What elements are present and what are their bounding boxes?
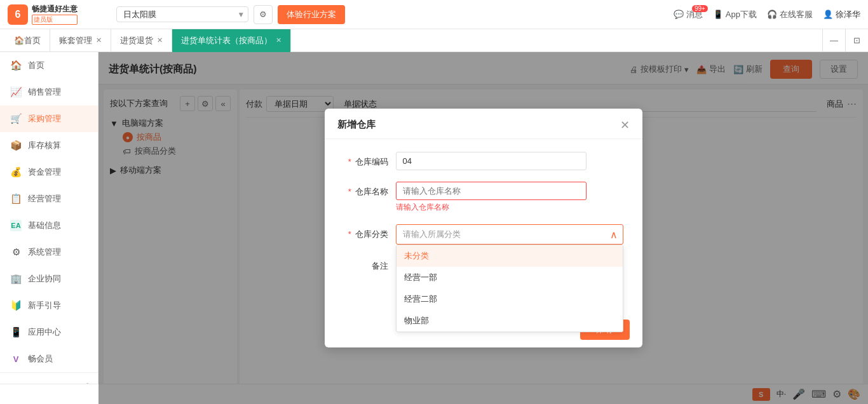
code-input[interactable] (396, 152, 587, 170)
form-group-code: * 仓库编码 (344, 152, 623, 170)
dropdown-item-property[interactable]: 物业部 (397, 310, 623, 332)
store-search-input[interactable] (116, 6, 248, 22)
sidebar-item-home[interactable]: 🏠 首页 (0, 52, 98, 79)
category-label: * 仓库分类 (344, 224, 388, 240)
vip-icon: V (10, 353, 22, 365)
form-group-name: * 仓库名称 请输入仓库名称 (344, 182, 623, 213)
sidebar-item-enterprise[interactable]: 🏢 企业协同 (0, 266, 98, 292)
tab-minimize-button[interactable]: — (822, 29, 845, 52)
headset-icon: 🎧 (767, 10, 777, 19)
form-row-code: * 仓库编码 (344, 152, 623, 170)
sidebar-item-vip[interactable]: V 畅会员 (0, 346, 98, 372)
modal-title: 新增仓库 (337, 119, 376, 131)
form-row-name: * 仓库名称 (344, 182, 623, 200)
top-header: 6 畅捷通好生意 捷员版 ▾ ⚙ 体验行业方案 💬 消息 99+ 📱 App下载… (0, 0, 868, 29)
trial-industry-button[interactable]: 体验行业方案 (278, 5, 345, 24)
modal-overlay: 新增仓库 ✕ * 仓库编码 (98, 52, 868, 404)
sidebar-item-operation[interactable]: 📋 经营管理 (0, 185, 98, 212)
app-icon: 📱 (713, 10, 723, 19)
logo-area: 6 畅捷通好生意 捷员版 (8, 4, 106, 25)
message-item[interactable]: 💬 消息 99+ (674, 9, 703, 20)
tab-homepage[interactable]: 🏠 首页 (5, 29, 50, 52)
enterprise-icon: 🏢 (10, 273, 22, 285)
content-area: 进货单统计(按商品) 🖨 按模板打印 ▾ 📤 导出 🔄 刷新 查询 设置 (98, 52, 868, 404)
sidebar-item-basic-info[interactable]: EA 基础信息 (0, 212, 98, 239)
dropdown-arrow-icon[interactable]: ∧ (610, 229, 618, 241)
user-icon: 👤 (823, 10, 833, 19)
search-select-wrap: ▾ (116, 6, 248, 22)
sidebar-item-sales[interactable]: 📈 销售管理 (0, 79, 98, 105)
operation-icon: 📋 (10, 193, 22, 205)
header-right: 💬 消息 99+ 📱 App下载 🎧 在线客服 👤 徐泽华 (674, 9, 860, 20)
sidebar-item-guide[interactable]: 🔰 新手引导 (0, 292, 98, 319)
main-layout: 🏠 首页 📈 销售管理 🛒 采购管理 📦 库存核算 💰 资金管理 📋 经营管理 … (0, 52, 868, 404)
app-download-label: App下载 (726, 9, 757, 20)
modal-close-button[interactable]: ✕ (620, 119, 630, 131)
purchase-icon: 🛒 (10, 113, 22, 125)
name-error-message: 请输入仓库名称 (396, 202, 623, 213)
apps-icon: 📱 (10, 327, 22, 338)
logo-text: 畅捷通好生意 捷员版 (32, 4, 78, 25)
category-dropdown-wrap: 请输入所属分类 ∧ 未分类 经营一部 经营二部 物业部 (396, 224, 623, 245)
tab-purchase-return[interactable]: 进货退货 ✕ (111, 29, 172, 52)
sidebar: 🏠 首页 📈 销售管理 🛒 采购管理 📦 库存核算 💰 资金管理 📋 经营管理 … (0, 52, 98, 404)
dropdown-item-dept2[interactable]: 经营二部 (397, 288, 623, 310)
sidebar-item-inventory[interactable]: 📦 库存核算 (0, 132, 98, 159)
dropdown-item-unclassified[interactable]: 未分类 (397, 245, 623, 267)
online-service-item[interactable]: 🎧 在线客服 (767, 9, 813, 20)
online-service-label: 在线客服 (780, 9, 813, 20)
app-download-item[interactable]: 📱 App下载 (713, 9, 757, 20)
dropdown-item-dept1[interactable]: 经营一部 (397, 267, 623, 288)
form-row-category: * 仓库分类 请输入所属分类 ∧ 未分类 (344, 224, 623, 245)
code-label: * 仓库编码 (344, 152, 388, 168)
inventory-icon: 📦 (10, 140, 22, 151)
category-dropdown-list: 未分类 经营一部 经营二部 物业部 (396, 245, 623, 332)
basic-info-icon: EA (10, 220, 22, 231)
tab-close-purchase-stats[interactable]: ✕ (276, 36, 281, 44)
remark-label: 备注 (344, 256, 388, 272)
system-icon: ⚙ (10, 246, 22, 258)
name-input[interactable] (396, 182, 587, 200)
message-icon: 💬 (674, 10, 684, 19)
user-name: 徐泽华 (836, 9, 860, 20)
name-label: * 仓库名称 (344, 182, 388, 198)
tab-close-account[interactable]: ✕ (96, 36, 102, 44)
sales-icon: 📈 (10, 86, 22, 98)
sidebar-item-finance[interactable]: 💰 资金管理 (0, 159, 98, 185)
tab-expand-button[interactable]: ⊡ (845, 29, 868, 52)
guide-icon: 🔰 (10, 300, 22, 311)
sidebar-item-purchase[interactable]: 🛒 采购管理 (0, 105, 98, 132)
tab-account[interactable]: 账套管理 ✕ (50, 29, 111, 52)
home-icon: 🏠 (10, 60, 22, 71)
message-badge: 99+ (692, 5, 708, 12)
tab-purchase-stats[interactable]: 进货单统计表（按商品） ✕ (172, 29, 291, 52)
tab-actions: — ⊡ (822, 29, 868, 52)
modal-header: 新增仓库 ✕ (325, 109, 642, 139)
category-dropdown[interactable]: 请输入所属分类 ∧ (396, 224, 623, 245)
gear-button[interactable]: ⚙ (254, 5, 273, 24)
home-icon: 🏠 (14, 36, 24, 45)
user-item[interactable]: 👤 徐泽华 (823, 9, 860, 20)
tab-close-purchase-return[interactable]: ✕ (157, 36, 163, 44)
logo-icon: 6 (8, 4, 28, 25)
tab-bar: 🏠 首页 账套管理 ✕ 进货退货 ✕ 进货单统计表（按商品） ✕ — ⊡ (0, 29, 868, 52)
finance-icon: 💰 (10, 166, 22, 178)
gear-icon: ⚙ (259, 10, 267, 19)
sidebar-item-system[interactable]: ⚙ 系统管理 (0, 239, 98, 266)
modal-body: * 仓库编码 * 仓库名称 (325, 139, 642, 312)
search-area: ▾ ⚙ 体验行业方案 (116, 5, 663, 24)
sidebar-item-apps[interactable]: 📱 应用中心 (0, 319, 98, 346)
add-warehouse-modal: 新增仓库 ✕ * 仓库编码 (325, 109, 642, 347)
form-group-category: * 仓库分类 请输入所属分类 ∧ 未分类 (344, 224, 623, 245)
